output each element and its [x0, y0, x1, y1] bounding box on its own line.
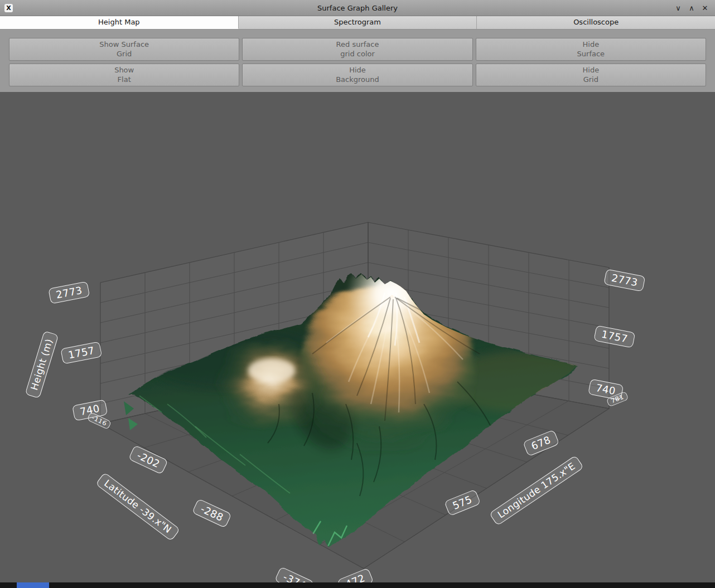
- button-label: Surface: [577, 50, 605, 59]
- button-label: Hide: [349, 66, 366, 75]
- button-label: grid color: [340, 50, 375, 59]
- button-label: Hide: [583, 40, 600, 50]
- window-controls: ∨ ∧ ✕: [671, 0, 712, 16]
- bottom-panel: [0, 582, 715, 588]
- tab-spectrogram[interactable]: Spectrogram: [239, 16, 477, 29]
- button-label: Flat: [118, 75, 131, 85]
- maximize-button[interactable]: ∧: [685, 4, 698, 12]
- button-label: Background: [336, 75, 379, 85]
- taskbar-item[interactable]: [17, 582, 49, 588]
- button-label: Grid: [583, 75, 598, 85]
- show-surface-grid-button[interactable]: Show Surface Grid: [9, 38, 239, 61]
- hide-background-button[interactable]: Hide Background: [242, 64, 472, 86]
- tab-bar: Height Map Spectrogram Oscilloscope: [0, 16, 715, 30]
- window-titlebar: X Surface Graph Gallery ∨ ∧ ✕: [0, 0, 715, 16]
- button-label: Grid: [117, 50, 132, 59]
- button-label: Show: [114, 66, 134, 75]
- hide-grid-button[interactable]: Hide Grid: [476, 64, 706, 86]
- tab-height-map[interactable]: Height Map: [0, 16, 239, 29]
- hide-surface-button[interactable]: Hide Surface: [476, 38, 706, 61]
- show-flat-button[interactable]: Show Flat: [9, 64, 239, 86]
- shade-button[interactable]: ∨: [671, 4, 685, 12]
- close-button[interactable]: ✕: [698, 4, 712, 12]
- button-label: Red surface: [336, 40, 379, 50]
- surface-grid-color-button[interactable]: Red surface grid color: [242, 38, 472, 61]
- tab-oscilloscope[interactable]: Oscilloscope: [477, 16, 715, 29]
- app-window: X Surface Graph Gallery ∨ ∧ ✕ Height Map…: [0, 0, 715, 588]
- controls-panel: Show Surface Grid Red surface grid color…: [0, 30, 715, 92]
- surface-plot-canvas[interactable]: 2773 1757 740 -116 Height (m) 2773 1757 …: [0, 92, 715, 582]
- button-label: Show Surface: [99, 40, 149, 50]
- window-title: Surface Graph Gallery: [0, 4, 715, 12]
- button-label: Hide: [583, 66, 600, 75]
